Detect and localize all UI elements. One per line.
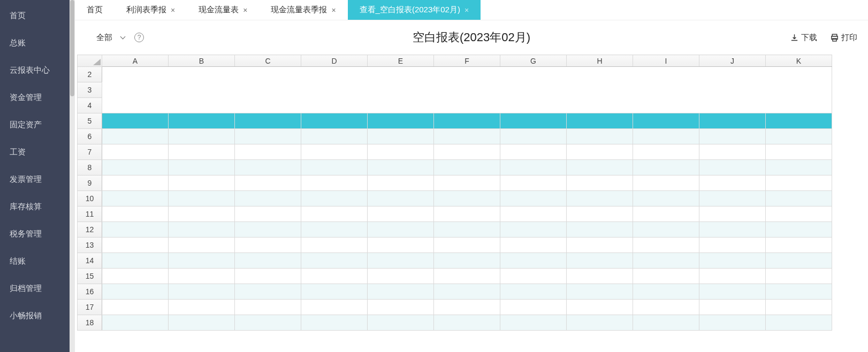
cell-H13[interactable]	[567, 238, 633, 253]
chevron-down-icon[interactable]	[120, 34, 126, 40]
row-header-4[interactable]: 4	[78, 98, 102, 113]
cell-K15[interactable]	[766, 269, 832, 284]
col-header-E[interactable]: E	[368, 55, 434, 67]
sidebar-item-0[interactable]: 首页	[0, 2, 70, 29]
cell-G15[interactable]	[500, 269, 567, 284]
row-header-16[interactable]: 16	[78, 284, 102, 300]
row-header-8[interactable]: 8	[78, 160, 102, 175]
cell-A7[interactable]	[102, 144, 169, 160]
cell-D17[interactable]	[301, 300, 368, 315]
sidebar-scrollbar-thumb[interactable]	[70, 0, 74, 96]
cell-G7[interactable]	[500, 144, 567, 160]
sidebar-item-9[interactable]: 结账	[0, 248, 70, 275]
print-button[interactable]: 打印	[830, 33, 857, 43]
cell-K9[interactable]	[766, 175, 832, 191]
cell-D7[interactable]	[301, 144, 368, 160]
cell-E5[interactable]	[368, 113, 434, 129]
cell-E10[interactable]	[368, 191, 434, 206]
col-header-F[interactable]: F	[434, 55, 500, 67]
cell-A16[interactable]	[102, 284, 169, 300]
cell-B9[interactable]	[169, 175, 235, 191]
cell-K17[interactable]	[766, 300, 832, 315]
cell-F5[interactable]	[434, 113, 500, 129]
col-header-A[interactable]: A	[102, 55, 169, 67]
cell-D14[interactable]	[301, 253, 368, 269]
cell-A6[interactable]	[102, 129, 169, 144]
cell-G6[interactable]	[500, 129, 567, 144]
cell-D13[interactable]	[301, 238, 368, 253]
cell-B18[interactable]	[169, 315, 235, 331]
cell-J5[interactable]	[699, 113, 766, 129]
cell-J8[interactable]	[699, 160, 766, 175]
cell-B11[interactable]	[169, 206, 235, 222]
cell-I11[interactable]	[633, 206, 699, 222]
sidebar-scrollbar[interactable]	[70, 0, 75, 352]
close-icon[interactable]: ×	[171, 6, 175, 14]
cell-I9[interactable]	[633, 175, 699, 191]
cell-E11[interactable]	[368, 206, 434, 222]
cell-D10[interactable]	[301, 191, 368, 206]
cell-K10[interactable]	[766, 191, 832, 206]
cell-K8[interactable]	[766, 160, 832, 175]
cell-J15[interactable]	[699, 269, 766, 284]
cell-F14[interactable]	[434, 253, 500, 269]
cell-D5[interactable]	[301, 113, 368, 129]
cell-G12[interactable]	[500, 222, 567, 238]
cell-F10[interactable]	[434, 191, 500, 206]
cell-F9[interactable]	[434, 175, 500, 191]
close-icon[interactable]: ×	[243, 6, 247, 14]
cell-F16[interactable]	[434, 284, 500, 300]
cell-I15[interactable]	[633, 269, 699, 284]
row-header-7[interactable]: 7	[78, 144, 102, 160]
cell-J10[interactable]	[699, 191, 766, 206]
cell-H7[interactable]	[567, 144, 633, 160]
cell-C15[interactable]	[235, 269, 301, 284]
col-header-C[interactable]: C	[235, 55, 301, 67]
cell-E9[interactable]	[368, 175, 434, 191]
sidebar-item-1[interactable]: 总账	[0, 29, 70, 57]
cell-G5[interactable]	[500, 113, 567, 129]
cell-I7[interactable]	[633, 144, 699, 160]
cell-J17[interactable]	[699, 300, 766, 315]
tab-4[interactable]: 查看_空白报表(2023年02月)×	[348, 0, 481, 20]
cell-F7[interactable]	[434, 144, 500, 160]
sidebar-item-3[interactable]: 资金管理	[0, 84, 70, 111]
cell-J14[interactable]	[699, 253, 766, 269]
col-header-J[interactable]: J	[699, 55, 766, 67]
row-header-2[interactable]: 2	[78, 67, 102, 82]
col-header-I[interactable]: I	[633, 55, 699, 67]
cell-C5[interactable]	[235, 113, 301, 129]
cell-H5[interactable]	[567, 113, 633, 129]
sidebar-item-8[interactable]: 税务管理	[0, 220, 70, 248]
cell-B10[interactable]	[169, 191, 235, 206]
cell-F17[interactable]	[434, 300, 500, 315]
cell-I16[interactable]	[633, 284, 699, 300]
cell-K5[interactable]	[766, 113, 832, 129]
row-header-10[interactable]: 10	[78, 191, 102, 206]
cell-F8[interactable]	[434, 160, 500, 175]
cell-B15[interactable]	[169, 269, 235, 284]
tab-1[interactable]: 利润表季报×	[115, 0, 187, 20]
cell-D11[interactable]	[301, 206, 368, 222]
row-header-9[interactable]: 9	[78, 175, 102, 191]
row-header-18[interactable]: 18	[78, 315, 102, 331]
cell-G17[interactable]	[500, 300, 567, 315]
cell-B13[interactable]	[169, 238, 235, 253]
cell-H18[interactable]	[567, 315, 633, 331]
cell-C17[interactable]	[235, 300, 301, 315]
cell-A10[interactable]	[102, 191, 169, 206]
cell-B8[interactable]	[169, 160, 235, 175]
cell-D18[interactable]	[301, 315, 368, 331]
col-header-H[interactable]: H	[567, 55, 633, 67]
cell-A8[interactable]	[102, 160, 169, 175]
cell-merged[interactable]	[102, 67, 832, 113]
cell-H6[interactable]	[567, 129, 633, 144]
cell-C8[interactable]	[235, 160, 301, 175]
cell-C7[interactable]	[235, 144, 301, 160]
cell-A17[interactable]	[102, 300, 169, 315]
sidebar-item-2[interactable]: 云报表中心	[0, 57, 70, 84]
sidebar-item-11[interactable]: 小畅报销	[0, 302, 70, 330]
cell-I5[interactable]	[633, 113, 699, 129]
cell-B17[interactable]	[169, 300, 235, 315]
cell-K18[interactable]	[766, 315, 832, 331]
